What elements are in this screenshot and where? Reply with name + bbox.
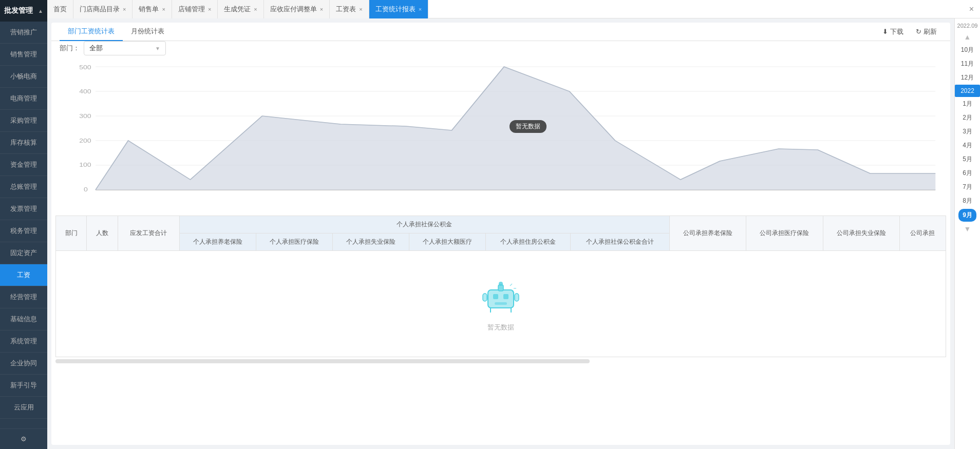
date-panel-feb[interactable]: 2月 xyxy=(955,111,980,125)
date-panel-aug[interactable]: 8月 xyxy=(955,194,980,208)
date-panel-oct[interactable]: 10月 xyxy=(955,43,980,57)
horizontal-scrollbar[interactable] xyxy=(55,359,590,363)
sidebar-header[interactable]: 批发管理 ▲ xyxy=(0,0,47,22)
empty-state-icon xyxy=(480,276,521,317)
col-personal-serious-illness: 个人承担大额医疗 xyxy=(409,233,486,251)
sidebar-collapse-arrow: ▲ xyxy=(38,8,43,14)
sidebar-item-enterprise[interactable]: 企业协同 xyxy=(0,353,47,375)
sidebar-item-operations[interactable]: 经营管理 xyxy=(0,286,47,308)
main-content: 首页 门店商品目录 × 销售单 × 店铺管理 × 生成凭证 × 应收应付调整单 … xyxy=(47,0,980,449)
col-company-other: 公司承担 xyxy=(899,216,946,251)
col-personal-medical: 个人承担医疗保险 xyxy=(256,233,332,251)
sidebar-item-tax[interactable]: 税务管理 xyxy=(0,220,47,242)
sidebar-item-purchase[interactable]: 采购管理 xyxy=(0,110,47,132)
table-area[interactable]: 部门 人数 应发工资合计 个人承担社保公积金 xyxy=(55,216,946,445)
tab-payroll-table[interactable]: 工资表 × xyxy=(330,0,369,18)
date-panel-may[interactable]: 5月 xyxy=(955,152,980,166)
table-header-group-row: 部门 人数 应发工资合计 个人承担社保公积金 xyxy=(56,216,946,233)
tab-close-ar-ap[interactable]: × xyxy=(320,6,323,12)
filter-row: 部门： 全部 ▼ xyxy=(51,41,950,62)
filter-label: 部门： xyxy=(60,44,80,53)
tab-close-sales-order[interactable]: × xyxy=(162,6,165,12)
sidebar-item-guide[interactable]: 新手引导 xyxy=(0,375,47,397)
department-select[interactable]: 全部 ▼ xyxy=(84,41,166,55)
date-panel-year-2022[interactable]: 2022 xyxy=(955,85,980,97)
sub-tab-dept[interactable]: 部门工资统计表 xyxy=(60,23,123,41)
date-panel-jan[interactable]: 1月 xyxy=(955,97,980,111)
sidebar-item-ledger[interactable]: 总账管理 xyxy=(0,176,47,198)
tab-close-payroll-table[interactable]: × xyxy=(359,6,362,12)
date-panel-sep[interactable]: 9月 xyxy=(958,209,976,222)
right-panel: 2022.09 ▲ 10月 11月 12月 2022 1月 2月 xyxy=(954,18,980,449)
sidebar-item-invoice[interactable]: 发票管理 xyxy=(0,198,47,220)
date-panel-apr[interactable]: 4月 xyxy=(955,139,980,152)
tab-close-voucher[interactable]: × xyxy=(254,6,257,12)
col-personal-insurance-group: 个人承担社保公积金 xyxy=(179,216,670,233)
svg-text:400: 400 xyxy=(79,88,91,94)
svg-text:300: 300 xyxy=(79,113,91,119)
col-count: 人数 xyxy=(87,216,118,251)
tab-close-payroll-report[interactable]: × xyxy=(419,6,422,12)
sidebar-item-finance[interactable]: 资金管理 xyxy=(0,154,47,176)
tab-close-store-mgmt[interactable]: × xyxy=(208,6,211,12)
col-company-unemployment: 公司承担失业保险 xyxy=(823,216,899,251)
col-personal-housing-fund: 个人承担住房公积金 xyxy=(486,233,570,251)
sidebar-item-ecommerce-small[interactable]: 小畅电商 xyxy=(0,66,47,88)
tab-payroll-report[interactable]: 工资统计报表 × xyxy=(369,0,428,18)
sidebar-item-ecommerce[interactable]: 电商管理 xyxy=(0,88,47,110)
empty-state: 暂无数据 xyxy=(62,255,939,353)
svg-text:100: 100 xyxy=(79,162,91,168)
tab-ar-ap[interactable]: 应收应付调整单 × xyxy=(264,0,330,18)
tab-store-mgmt-label: 店铺管理 xyxy=(178,5,205,14)
sidebar-item-assets[interactable]: 固定资产 xyxy=(0,242,47,264)
gear-icon: ⚙ xyxy=(21,435,27,443)
svg-text:0: 0 xyxy=(84,186,88,192)
sidebar-item-inventory[interactable]: 库存核算 xyxy=(0,132,47,154)
date-panel-jun[interactable]: 6月 xyxy=(955,166,980,180)
empty-state-row: 暂无数据 xyxy=(56,251,946,357)
date-panel-jul[interactable]: 7月 xyxy=(955,180,980,194)
svg-rect-14 xyxy=(493,294,498,299)
svg-rect-16 xyxy=(495,302,507,305)
sub-tab-month[interactable]: 月份统计表 xyxy=(123,23,173,41)
svg-point-18 xyxy=(499,282,503,286)
sidebar-item-sales[interactable]: 销售管理 xyxy=(0,44,47,66)
sidebar-item-payroll[interactable]: 工资 xyxy=(0,264,47,286)
date-panel-up-arrow[interactable]: ▲ xyxy=(962,31,973,43)
col-company-pension: 公司承担养老保险 xyxy=(670,216,746,251)
tab-home-label: 首页 xyxy=(53,5,67,14)
toolbar: ⬇ 下载 ↻ 刷新 xyxy=(877,25,942,39)
sidebar-item-cloud[interactable]: 云应用 xyxy=(0,397,47,419)
svg-line-23 xyxy=(510,284,512,286)
svg-rect-15 xyxy=(503,294,508,299)
content-area: 部门工资统计表 月份统计表 ⬇ 下载 ↻ 刷新 xyxy=(51,23,950,445)
tab-sales-order-label: 销售单 xyxy=(139,5,159,14)
chevron-down-icon: ▼ xyxy=(155,46,160,51)
close-all-tabs-button[interactable]: × xyxy=(963,5,980,14)
sidebar-item-system[interactable]: 系统管理 xyxy=(0,330,47,353)
date-panel-dec[interactable]: 12月 xyxy=(955,71,980,85)
tab-payroll-table-label: 工资表 xyxy=(336,5,356,14)
tab-sales-order[interactable]: 销售单 × xyxy=(133,0,172,18)
sub-tabs: 部门工资统计表 月份统计表 xyxy=(60,23,173,41)
refresh-button[interactable]: ↻ 刷新 xyxy=(911,25,942,39)
sidebar-title: 批发管理 xyxy=(4,6,33,15)
date-panel-header: 2022.09 xyxy=(956,21,979,31)
chart-tooltip: 暂无数据 xyxy=(510,120,546,133)
svg-text:200: 200 xyxy=(79,138,91,144)
date-panel-nov[interactable]: 11月 xyxy=(955,57,980,71)
tab-voucher-label: 生成凭证 xyxy=(224,5,251,14)
tab-close-store-catalog[interactable]: × xyxy=(123,6,126,12)
tab-home[interactable]: 首页 xyxy=(47,0,73,18)
department-select-value: 全部 xyxy=(89,44,103,53)
tab-store-catalog[interactable]: 门店商品目录 × xyxy=(73,0,133,18)
date-panel-mar[interactable]: 3月 xyxy=(955,125,980,139)
sidebar-item-marketing[interactable]: 营销推广 xyxy=(0,22,47,44)
download-button[interactable]: ⬇ 下载 xyxy=(877,25,909,39)
sidebar-item-basic-info[interactable]: 基础信息 xyxy=(0,308,47,330)
date-panel-down-arrow[interactable]: ▼ xyxy=(962,223,973,235)
empty-state-text: 暂无数据 xyxy=(487,323,514,332)
tab-voucher[interactable]: 生成凭证 × xyxy=(218,0,263,18)
tab-store-mgmt[interactable]: 店铺管理 × xyxy=(172,0,218,18)
settings-button[interactable]: ⚙ xyxy=(0,428,47,449)
